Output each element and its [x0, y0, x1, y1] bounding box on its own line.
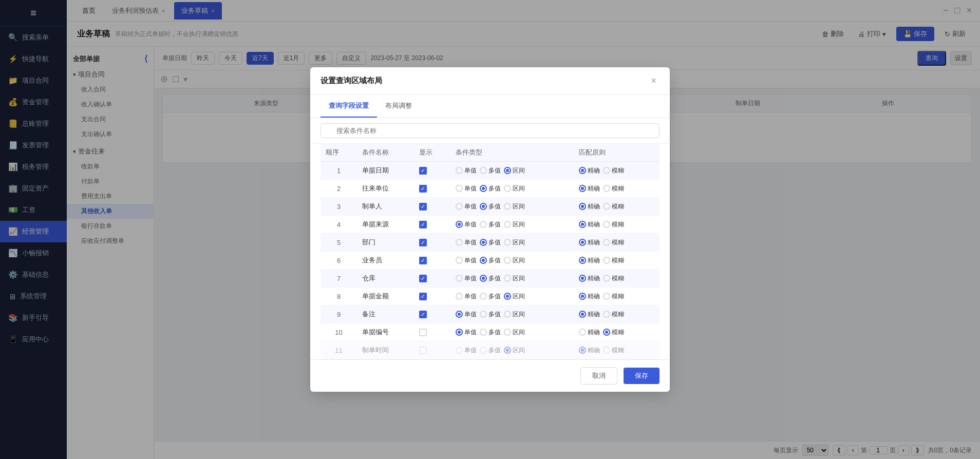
radio-match-模糊[interactable]: 模糊	[603, 292, 624, 301]
radio-match-模糊[interactable]: 模糊	[603, 184, 624, 193]
row-condition-name: 单据编号	[357, 323, 414, 341]
radio-type-区间[interactable]: 区间	[504, 166, 525, 175]
cancel-button[interactable]: 取消	[580, 367, 617, 385]
radio-match-精确[interactable]: 精确	[579, 274, 600, 283]
radio-match-模糊[interactable]: 模糊	[603, 328, 624, 337]
col-name: 条件名称	[357, 144, 414, 162]
radio-type-多值[interactable]: 多值	[480, 238, 501, 247]
row-condition-name: 制单时间	[357, 341, 414, 359]
row-condition-name: 制单人	[357, 198, 414, 216]
row-condition-name: 单据日期	[357, 162, 414, 180]
radio-match-精确[interactable]: 精确	[579, 220, 600, 229]
row-show-checkbox[interactable]	[419, 329, 427, 336]
row-condition-name: 部门	[357, 234, 414, 252]
radio-type-多值[interactable]: 多值	[480, 310, 501, 319]
radio-type-区间[interactable]: 区间	[504, 310, 525, 319]
radio-type-区间[interactable]: 区间	[504, 274, 525, 283]
search-wrap: 🔍	[321, 123, 659, 138]
radio-match-模糊[interactable]: 模糊	[603, 310, 624, 319]
radio-match-精确[interactable]: 精确	[579, 328, 600, 337]
row-order: 7	[321, 270, 357, 288]
radio-match-精确[interactable]: 精确	[579, 238, 600, 247]
row-condition-name: 备注	[357, 305, 414, 323]
modal-save-button[interactable]: 保存	[624, 368, 659, 384]
radio-type-单值[interactable]: 单值	[456, 184, 477, 193]
row-show-checkbox[interactable]: ✓	[419, 257, 427, 264]
row-order: 1	[321, 162, 357, 180]
radio-type-多值[interactable]: 多值	[480, 274, 501, 283]
radio-type-单值[interactable]: 单值	[456, 256, 477, 265]
radio-match-模糊[interactable]: 模糊	[603, 274, 624, 283]
radio-type-区间[interactable]: 区间	[504, 346, 525, 355]
radio-type-区间[interactable]: 区间	[504, 202, 525, 211]
radio-type-单值[interactable]: 单值	[456, 292, 477, 301]
radio-match-精确[interactable]: 精确	[579, 256, 600, 265]
row-condition-name: 业务员	[357, 252, 414, 270]
radio-type-区间[interactable]: 区间	[504, 292, 525, 301]
settings-modal: 设置查询区域布局 × 查询字段设置 布局调整 🔍 顺序	[310, 67, 670, 392]
row-show-checkbox[interactable]: ✓	[419, 203, 427, 211]
row-show-checkbox[interactable]: ✓	[419, 167, 427, 175]
radio-type-多值[interactable]: 多值	[480, 256, 501, 265]
modal-search-area: 🔍	[310, 118, 670, 144]
modal-search-input[interactable]	[321, 123, 659, 138]
radio-match-模糊[interactable]: 模糊	[603, 256, 624, 265]
radio-type-多值[interactable]: 多值	[480, 184, 501, 193]
col-match: 匹配原则	[574, 144, 659, 162]
radio-type-区间[interactable]: 区间	[504, 220, 525, 229]
radio-type-区间[interactable]: 区间	[504, 256, 525, 265]
radio-type-单值[interactable]: 单值	[456, 328, 477, 337]
row-show-checkbox[interactable]: ✓	[419, 239, 427, 246]
row-order: 9	[321, 305, 357, 323]
modal-footer: 取消 保存	[310, 359, 670, 392]
radio-type-多值[interactable]: 多值	[480, 202, 501, 211]
row-show-checkbox[interactable]: ✓	[419, 275, 427, 282]
radio-match-精确[interactable]: 精确	[579, 310, 600, 319]
modal-overlay: 设置查询区域布局 × 查询字段设置 布局调整 🔍 顺序	[0, 0, 980, 459]
col-order: 顺序	[321, 144, 357, 162]
row-show-checkbox[interactable]	[419, 347, 427, 354]
radio-type-单值[interactable]: 单值	[456, 274, 477, 283]
row-show-checkbox[interactable]: ✓	[419, 293, 427, 300]
row-show-checkbox[interactable]: ✓	[419, 185, 427, 193]
row-order: 4	[321, 216, 357, 234]
radio-match-精确[interactable]: 精确	[579, 166, 600, 175]
row-show-checkbox[interactable]: ✓	[419, 221, 427, 228]
radio-type-单值[interactable]: 单值	[456, 220, 477, 229]
radio-match-模糊[interactable]: 模糊	[603, 202, 624, 211]
row-condition-name: 往来单位	[357, 180, 414, 198]
radio-match-模糊[interactable]: 模糊	[603, 220, 624, 229]
row-order: 10	[321, 323, 357, 341]
radio-type-多值[interactable]: 多值	[480, 220, 501, 229]
radio-type-区间[interactable]: 区间	[504, 328, 525, 337]
radio-match-模糊[interactable]: 模糊	[603, 166, 624, 175]
radio-match-精确[interactable]: 精确	[579, 346, 600, 355]
row-order: 6	[321, 252, 357, 270]
radio-match-模糊[interactable]: 模糊	[603, 238, 624, 247]
modal-table: 顺序 条件名称 显示 条件类型 匹配原则 1单据日期✓单值多值区间精确模糊2往来…	[321, 144, 659, 359]
radio-type-多值[interactable]: 多值	[480, 346, 501, 355]
modal-tab-field-settings[interactable]: 查询字段设置	[321, 95, 377, 118]
radio-type-单值[interactable]: 单值	[456, 238, 477, 247]
row-order: 5	[321, 234, 357, 252]
modal-tabs: 查询字段设置 布局调整	[310, 95, 670, 118]
radio-type-多值[interactable]: 多值	[480, 292, 501, 301]
radio-type-单值[interactable]: 单值	[456, 346, 477, 355]
radio-type-区间[interactable]: 区间	[504, 238, 525, 247]
modal-header: 设置查询区域布局 ×	[310, 67, 670, 95]
radio-match-精确[interactable]: 精确	[579, 202, 600, 211]
modal-tab-layout-adjust[interactable]: 布局调整	[377, 95, 420, 118]
modal-close-button[interactable]: ×	[648, 74, 659, 87]
row-order: 3	[321, 198, 357, 216]
radio-type-单值[interactable]: 单值	[456, 310, 477, 319]
radio-match-精确[interactable]: 精确	[579, 292, 600, 301]
radio-type-多值[interactable]: 多值	[480, 166, 501, 175]
radio-type-单值[interactable]: 单值	[456, 166, 477, 175]
radio-type-多值[interactable]: 多值	[480, 328, 501, 337]
radio-type-单值[interactable]: 单值	[456, 202, 477, 211]
row-show-checkbox[interactable]: ✓	[419, 311, 427, 318]
row-condition-name: 单据来源	[357, 216, 414, 234]
radio-type-区间[interactable]: 区间	[504, 184, 525, 193]
radio-match-精确[interactable]: 精确	[579, 184, 600, 193]
radio-match-模糊[interactable]: 模糊	[603, 346, 624, 355]
